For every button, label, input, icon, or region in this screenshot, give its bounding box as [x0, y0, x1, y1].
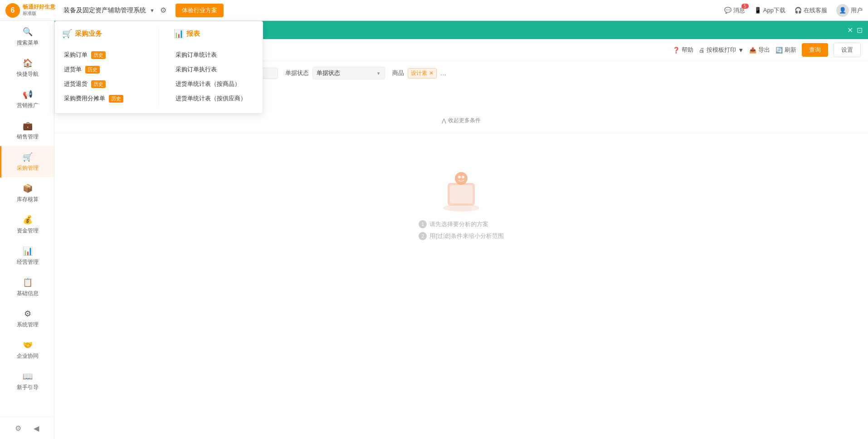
goods-tag-remove[interactable]: ✕	[429, 70, 434, 76]
app-label: App下载	[763, 6, 785, 15]
help-label: 帮助	[682, 46, 693, 54]
dropdown-col-business-title: 🛒 采购业务	[62, 29, 144, 42]
doc-status-value[interactable]: 单据状态 ▼	[312, 67, 385, 79]
service-action[interactable]: 🎧 在线客服	[795, 6, 827, 15]
svg-rect-2	[450, 185, 473, 203]
refresh-label: 刷新	[785, 46, 796, 54]
operations-icon: 📊	[22, 246, 33, 256]
sidebar-label-inventory: 库存核算	[17, 196, 39, 203]
purchase-icon: 🛒	[22, 152, 33, 163]
filter-item-doc-status: 单据状态 单据状态 ▼	[285, 67, 385, 79]
dropdown-col-business-label: 采购业务	[75, 30, 102, 38]
message-badge: 5	[741, 4, 749, 9]
sidebar-label-sales: 销售管理	[17, 133, 39, 141]
goods-filter-dots[interactable]: ...	[440, 69, 446, 77]
refresh-action[interactable]: 🔄 刷新	[775, 46, 796, 54]
expense-history-badge: 历史	[109, 95, 123, 103]
export-label: 导出	[758, 46, 770, 54]
empty-tip-2: 用[过滤]条件来缩小分析范围	[429, 232, 503, 240]
phone-icon: 📱	[754, 7, 761, 14]
dropdown-item-po-exec[interactable]: 采购订单执行表	[174, 62, 256, 77]
home-icon: 🏠	[22, 58, 33, 69]
message-action[interactable]: 💬 消息 5	[724, 6, 745, 15]
dropdown-col-report-title: 📊 报表	[174, 29, 256, 42]
goods-tag-design[interactable]: 设计素 ✕	[408, 68, 437, 79]
dropdown-item-po-stat[interactable]: 采购订单统计表	[174, 48, 256, 62]
industry-btn[interactable]: 体验行业方案	[176, 4, 224, 17]
sidebar-label-marketing: 营销推广	[17, 102, 39, 109]
goods-label: 商品	[392, 69, 404, 77]
sidebar-item-guide[interactable]: 📖 新手引导	[0, 365, 54, 397]
empty-icon	[434, 169, 488, 215]
app-download-action[interactable]: 📱 App下载	[754, 6, 785, 15]
window-close-btn[interactable]: ✕	[847, 26, 853, 35]
query-btn[interactable]: 查询	[802, 43, 828, 57]
dropdown-divider	[159, 29, 159, 106]
svg-point-5	[462, 176, 464, 178]
header-settings-icon[interactable]: ⚙	[160, 6, 166, 15]
expense-label: 采购费用分摊单	[64, 94, 105, 103]
sidebar-item-system[interactable]: ⚙ 系统管理	[0, 303, 54, 334]
empty-tip-1: 请先选择要分析的方案	[429, 220, 488, 228]
sidebar-item-quicknav[interactable]: 🏠 快捷导航	[0, 52, 54, 84]
sidebar-item-finance[interactable]: 💰 资金管理	[0, 209, 54, 240]
sidebar-item-search[interactable]: 🔍 搜索菜单	[0, 21, 54, 52]
goods-tags-area: 设计素 ✕ ...	[408, 68, 446, 79]
sidebar-item-purchase[interactable]: 🛒 采购管理	[0, 146, 54, 178]
user-label: 用户	[851, 6, 863, 15]
logo-title: 畅通好好生意	[23, 4, 55, 10]
dropdown-item-po[interactable]: 采购订单 历史	[62, 48, 144, 62]
doc-status-label: 单据状态	[285, 69, 309, 77]
system-title-dropdown[interactable]: ▼	[150, 8, 155, 13]
sidebar-item-inventory[interactable]: 📦 库存核算	[0, 178, 54, 209]
svg-point-3	[455, 172, 468, 185]
dropdown-item-receipt-stat-supplier[interactable]: 进货单统计表（按供应商）	[174, 91, 256, 106]
collapse-filters-btn[interactable]: ⋀ 收起更多条件	[62, 114, 861, 127]
help-action[interactable]: ❓ 帮助	[673, 46, 693, 54]
empty-state: 1 请先选择要分析的方案 2 用[过滤]条件来缩小分析范围	[54, 133, 868, 276]
user-action[interactable]: 👤 用户	[836, 4, 863, 17]
finance-icon: 💰	[22, 214, 33, 225]
dropdown-item-expense[interactable]: 采购费用分摊单 历史	[62, 91, 144, 106]
export-icon: 📤	[749, 47, 756, 54]
export-action[interactable]: 📤 导出	[749, 46, 770, 54]
po-stat-label: 采购订单统计表	[176, 51, 217, 59]
sidebar-label-operations: 经营管理	[17, 258, 39, 266]
sidebar-item-cooperation[interactable]: 🤝 企业协同	[0, 334, 54, 365]
window-resize-btn[interactable]: ⊡	[857, 26, 863, 35]
dropdown-item-receipt-stat-goods[interactable]: 进货单统计表（按商品）	[174, 77, 256, 91]
tab-window-btns: ✕ ⊡	[847, 26, 868, 35]
empty-hint-1: 1 请先选择要分析的方案	[419, 220, 488, 228]
po-label: 采购订单	[64, 51, 88, 59]
refresh-icon: 🔄	[775, 47, 783, 54]
dropdown-col-report-label: 报表	[186, 30, 200, 38]
sidebar-label-system: 系统管理	[17, 321, 39, 329]
sidebar-item-marketing[interactable]: 📢 营销推广	[0, 84, 54, 115]
receipt-stat-goods-label: 进货单统计表（按商品）	[176, 80, 240, 88]
logo-icon: 6	[5, 3, 20, 18]
return-history-badge: 历史	[91, 80, 106, 88]
dropdown-col-business: 🛒 采购业务 采购订单 历史 进货单 历史 进货退货 历史 采购费用分摊单 历史	[62, 29, 144, 106]
sidebar-label-cooperation: 企业协同	[17, 352, 39, 360]
doc-status-arrow: ▼	[376, 71, 381, 76]
sidebar-item-basic[interactable]: 📋 基础信息	[0, 271, 54, 303]
system-title-area: 装备及固定资产辅助管理系统 ▼ ⚙ 体验行业方案	[63, 4, 224, 17]
sidebar-settings-btn[interactable]: ⚙	[11, 421, 25, 435]
user-avatar: 👤	[836, 4, 849, 17]
svg-point-4	[458, 176, 461, 178]
sidebar-item-operations[interactable]: 📊 经营管理	[0, 240, 54, 271]
basic-icon: 📋	[22, 277, 33, 288]
settings-btn[interactable]: 设置	[834, 43, 861, 57]
sidebar-item-sales[interactable]: 💼 销售管理	[0, 115, 54, 146]
sales-icon: 💼	[22, 120, 33, 131]
dropdown-item-receipt[interactable]: 进货单 历史	[62, 62, 144, 77]
sidebar-label-quicknav: 快捷导航	[17, 70, 39, 78]
guide-icon: 📖	[22, 371, 33, 382]
hint-num-2: 2	[419, 232, 427, 240]
print-arrow[interactable]: ▼	[738, 47, 744, 54]
search-icon: 🔍	[22, 26, 33, 37]
print-action[interactable]: 🖨 按模板打印 ▼	[699, 46, 744, 54]
sidebar-bottom: ⚙ ◀	[0, 417, 54, 439]
sidebar-collapse-btn[interactable]: ◀	[29, 421, 44, 435]
dropdown-item-return[interactable]: 进货退货 历史	[62, 77, 144, 91]
